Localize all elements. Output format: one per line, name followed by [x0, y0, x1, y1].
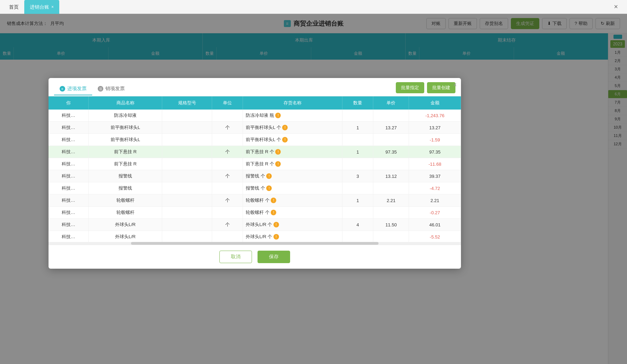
warning-icon: !: [282, 125, 288, 130]
cell-spec: [162, 182, 212, 194]
inbound-invoice-tab[interactable]: ≡ 进项发票: [54, 83, 92, 95]
scrollbar-thumb[interactable]: [131, 242, 378, 245]
cell-product-name: 前平衡杆球头L: [88, 134, 162, 146]
warning-icon: !: [282, 137, 288, 142]
cell-company: 科技…: [49, 194, 88, 207]
save-button[interactable]: 保存: [258, 251, 290, 263]
outbound-invoice-tab[interactable]: ☰ 销项发票: [92, 83, 130, 95]
cell-stock-name: 轮毂螺杆 个 !: [243, 207, 342, 219]
warning-icon: !: [266, 173, 272, 179]
cell-stock-name: 前下悬挂 R 个 !: [243, 146, 342, 158]
warning-icon: !: [273, 234, 279, 240]
cell-spec: [162, 158, 212, 170]
modal-footer: 取消 保存: [49, 245, 461, 269]
batch-assign-button[interactable]: 批量指定: [396, 82, 424, 93]
active-tab-label: 进销台账: [30, 0, 49, 14]
cell-unit: 个: [212, 194, 243, 207]
cell-quantity: [342, 158, 373, 170]
cell-stock-name: 报警线 个 !: [243, 170, 342, 182]
table-row: 科技… 报警线 报警线 个 ! -4.72: [49, 182, 461, 194]
batch-create-button[interactable]: 批量创建: [427, 82, 455, 93]
cell-unit: 个: [212, 219, 243, 231]
warning-icon: !: [273, 222, 279, 227]
cell-stock-name: 外球头L/R 个 !: [243, 231, 342, 242]
col-unit: 单位: [212, 96, 243, 110]
invoice-table: 你 商品名称 规格型号 单位 存货名称 数量 单价 金额 科技… 防冻冷却液: [49, 96, 461, 242]
col-stock-name: 存货名称: [243, 96, 342, 110]
cell-product-name: 轮毂螺杆: [88, 207, 162, 219]
cell-unit-price: 13.27: [373, 122, 409, 134]
warning-icon: !: [275, 161, 281, 167]
cell-product-name: 外球头L/R: [88, 219, 162, 231]
cell-unit: 个: [212, 170, 243, 182]
warning-icon: !: [271, 210, 276, 215]
cell-amount: 2.21: [409, 194, 461, 207]
cell-unit-price: [373, 207, 409, 219]
cell-company: 科技…: [49, 207, 88, 219]
col-quantity: 数量: [342, 96, 373, 110]
cell-company: 科技…: [49, 158, 88, 170]
tab-close-icon[interactable]: ×: [51, 0, 54, 14]
cell-stock-name: 前平衡杆球头L 个 !: [243, 134, 342, 146]
cell-product-name: 报警线: [88, 170, 162, 182]
modal-close-button[interactable]: ×: [453, 81, 457, 89]
cell-unit-price: [373, 110, 409, 122]
inbound-tab-icon: ≡: [60, 86, 65, 92]
table-row: 科技… 防冻冷却液 防冻冷却液 瓶 ! -1,243.76: [49, 110, 461, 122]
cell-quantity: [342, 110, 373, 122]
cancel-button[interactable]: 取消: [219, 251, 252, 263]
col-unit-price: 单价: [373, 96, 409, 110]
cell-company: 科技…: [49, 122, 88, 134]
cell-stock-name: 轮毂螺杆 个 !: [243, 194, 342, 207]
cell-product-name: 前下悬挂 R: [88, 146, 162, 158]
cell-company: 科技…: [49, 182, 88, 194]
table-row: 科技… 前平衡杆球头L 前平衡杆球头L 个 ! -1.59: [49, 134, 461, 146]
cell-amount: -4.72: [409, 182, 461, 194]
home-tab[interactable]: 首页: [3, 0, 24, 14]
table-row: 科技… 前平衡杆球头L 个 前平衡杆球头L 个 ! 1 13.27 13.27: [49, 122, 461, 134]
cell-unit-price: 13.12: [373, 170, 409, 182]
cell-unit-price: [373, 231, 409, 242]
table-row: 科技… 前下悬挂 R 个 前下悬挂 R 个 ! 1 97.35 97.35: [49, 146, 461, 158]
table-header-row: 你 商品名称 规格型号 单位 存货名称 数量 单价 金额: [49, 96, 461, 110]
cell-amount: -5.52: [409, 231, 461, 242]
cell-product-name: 防冻冷却液: [88, 110, 162, 122]
cell-stock-name: 防冻冷却液 瓶 !: [243, 110, 342, 122]
cell-stock-name: 外球头L/R 个 !: [243, 219, 342, 231]
modal-body: 你 商品名称 规格型号 单位 存货名称 数量 单价 金额 科技… 防冻冷却液: [49, 96, 461, 242]
cell-unit: [212, 158, 243, 170]
outbound-tab-icon: ☰: [98, 86, 103, 92]
cell-product-name: 前平衡杆球头L: [88, 122, 162, 134]
cell-quantity: [342, 182, 373, 194]
cell-spec: [162, 231, 212, 242]
col-company: 你: [49, 96, 88, 110]
cell-spec: [162, 146, 212, 158]
top-bar: 首页 进销台账 × ×: [0, 0, 627, 14]
cell-quantity: 1: [342, 122, 373, 134]
cell-spec: [162, 122, 212, 134]
cell-spec: [162, 110, 212, 122]
cell-unit-price: 11.50: [373, 219, 409, 231]
col-spec: 规格型号: [162, 96, 212, 110]
table-row: 科技… 报警线 个 报警线 个 ! 3 13.12 39.37: [49, 170, 461, 182]
cell-unit: 个: [212, 146, 243, 158]
cell-amount: 46.01: [409, 219, 461, 231]
cell-company: 科技…: [49, 170, 88, 182]
cell-unit: [212, 207, 243, 219]
active-tab[interactable]: 进销台账 ×: [24, 0, 59, 14]
window-close-button[interactable]: ×: [608, 3, 624, 11]
cell-company: 科技…: [49, 146, 88, 158]
cell-unit: [212, 110, 243, 122]
inbound-tab-label: 进项发票: [67, 86, 87, 92]
cell-product-name: 前下悬挂 R: [88, 158, 162, 170]
warning-icon: !: [266, 185, 272, 191]
horizontal-scrollbar[interactable]: [49, 242, 461, 245]
cell-spec: [162, 134, 212, 146]
cell-quantity: [342, 134, 373, 146]
col-product-name: 商品名称: [88, 96, 162, 110]
cell-stock-name: 前下悬挂 R 个 !: [243, 158, 342, 170]
cell-product-name: 报警线: [88, 182, 162, 194]
cell-stock-name: 报警线 个 !: [243, 182, 342, 194]
cell-unit-price: [373, 182, 409, 194]
cell-amount: -0.27: [409, 207, 461, 219]
